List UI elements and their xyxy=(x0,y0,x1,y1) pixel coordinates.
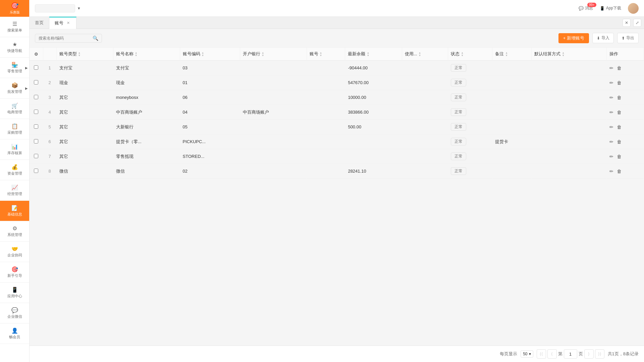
th-account-code[interactable]: 账号编码▲▼ xyxy=(180,48,240,61)
table-row: 8 微信 微信 02 28241.10 正常 ✏ 🗑 xyxy=(30,164,644,179)
row-checkbox[interactable] xyxy=(34,110,38,114)
status-badge: 正常 xyxy=(451,64,466,72)
td-checkbox[interactable] xyxy=(30,75,43,90)
edit-icon[interactable]: ✏ xyxy=(609,95,613,100)
th-account-name[interactable]: 账号名称▲▼ xyxy=(113,48,180,61)
td-actions: ✏ 🗑 xyxy=(607,149,644,164)
td-default-settlement xyxy=(532,90,607,105)
app-download-button[interactable]: 📱 App下载 xyxy=(600,5,621,11)
td-opening-bank xyxy=(240,61,307,75)
td-opening-bank xyxy=(240,134,307,149)
next-page-button[interactable]: ⟩ xyxy=(584,349,594,359)
sidebar-item-system-mgmt[interactable]: ⚙ 系统管理 xyxy=(0,221,29,242)
sidebar-icon-finance-mgmt: 💰 xyxy=(11,164,18,170)
sidebar-item-purchase-mgmt[interactable]: 📋 采购管理 xyxy=(0,119,29,139)
th-status[interactable]: 状态▲▼ xyxy=(448,48,492,61)
td-checkbox[interactable] xyxy=(30,120,43,134)
row-checkbox[interactable] xyxy=(34,169,38,173)
td-checkbox[interactable] xyxy=(30,61,43,75)
sidebar-item-enterprise-wechat[interactable]: 💬 企业微信 xyxy=(0,303,29,323)
maximize-tab-button[interactable]: ⤢ xyxy=(633,19,641,27)
td-num: 8 xyxy=(43,164,56,179)
delete-icon[interactable]: 🗑 xyxy=(617,110,622,115)
message-button[interactable]: 💬 消息 99+ xyxy=(579,5,593,11)
sidebar-item-shortcut[interactable]: ★ 快捷导航 xyxy=(0,37,29,58)
close-tab-button[interactable]: ✕ xyxy=(623,19,631,27)
tab-close-account[interactable]: ✕ xyxy=(65,20,71,26)
tab-account[interactable]: 账号✕ xyxy=(49,17,76,29)
search-input[interactable] xyxy=(39,36,91,41)
first-page-button[interactable]: ⟨⟨ xyxy=(537,349,546,359)
td-checkbox[interactable] xyxy=(30,149,43,164)
sidebar-item-app-center[interactable]: 📱 应用中心 xyxy=(0,283,29,303)
sidebar-item-member[interactable]: 👤 畅会员 xyxy=(0,323,29,344)
table-container: ⚙ 账号类型▲▼ 账号名称▲▼ 账号编码▲▼ 开户银行▲▼ 账号▲▼ 最新余额▲… xyxy=(30,48,644,346)
edit-icon[interactable]: ✏ xyxy=(609,110,613,115)
td-opening-bank xyxy=(240,149,307,164)
edit-icon[interactable]: ✏ xyxy=(609,169,613,174)
page-size-select[interactable]: 50 ▾ xyxy=(521,350,533,358)
sidebar-item-new-guide[interactable]: 🎯 新手引导 xyxy=(0,262,29,283)
prev-page-button[interactable]: ⟨ xyxy=(547,349,557,359)
delete-icon[interactable]: 🗑 xyxy=(617,65,622,71)
td-checkbox[interactable] xyxy=(30,90,43,105)
edit-icon[interactable]: ✏ xyxy=(609,154,613,159)
delete-icon[interactable]: 🗑 xyxy=(617,154,622,159)
th-remark[interactable]: 备注▲▼ xyxy=(492,48,532,61)
th-opening-bank[interactable]: 开户银行▲▼ xyxy=(240,48,307,61)
th-usage[interactable]: 使用...▲▼ xyxy=(402,48,448,61)
th-default-settlement[interactable]: 默认结算方式▲▼ xyxy=(532,48,607,61)
delete-icon[interactable]: 🗑 xyxy=(617,124,622,130)
row-checkbox[interactable] xyxy=(34,95,38,99)
row-checkbox[interactable] xyxy=(34,139,38,143)
sidebar-item-enterprise-agreement[interactable]: 🤝 企业协同 xyxy=(0,242,29,262)
delete-icon[interactable]: 🗑 xyxy=(617,139,622,144)
sidebar-item-retail-mgmt[interactable]: 🏪 零售管理 ▶ xyxy=(0,58,29,78)
tab-home[interactable]: 首页 xyxy=(30,17,49,29)
header-search-input[interactable] xyxy=(35,4,75,12)
row-checkbox[interactable] xyxy=(34,154,38,158)
header-dropdown[interactable]: ▾ xyxy=(78,6,80,11)
search-box[interactable]: 🔍 xyxy=(35,34,102,43)
sidebar-icon-inventory-calc: 📊 xyxy=(11,143,18,150)
row-checkbox[interactable] xyxy=(34,80,38,84)
export-button[interactable]: ⬆ 导出 xyxy=(617,33,639,43)
sidebar-item-operation-mgmt[interactable]: 📈 经营管理 xyxy=(0,180,29,201)
sidebar-item-search-order[interactable]: ☰ 搜索菜单 xyxy=(0,17,29,37)
td-checkbox[interactable] xyxy=(30,105,43,120)
th-account-type[interactable]: 账号类型▲▼ xyxy=(56,48,113,61)
last-page-button[interactable]: ⟩⟩ xyxy=(595,349,604,359)
delete-icon[interactable]: 🗑 xyxy=(617,169,622,174)
td-account-no xyxy=(307,120,345,134)
row-checkbox[interactable] xyxy=(34,124,38,129)
td-opening-bank xyxy=(240,164,307,179)
table-row: 5 其它 大新银行 05 500.00 正常 ✏ 🗑 xyxy=(30,120,644,134)
search-icon[interactable]: 🔍 xyxy=(93,36,98,41)
add-account-button[interactable]: + 新增账号 xyxy=(558,33,589,43)
user-avatar[interactable] xyxy=(628,3,639,14)
delete-icon[interactable]: 🗑 xyxy=(617,95,622,100)
sidebar-item-basic-info[interactable]: 📝 基础信息 xyxy=(0,201,29,221)
edit-icon[interactable]: ✏ xyxy=(609,65,613,71)
sidebar-label-member: 畅会员 xyxy=(9,335,20,340)
edit-icon[interactable]: ✏ xyxy=(609,139,613,144)
sidebar-item-inventory-calc[interactable]: 📊 库存核算 xyxy=(0,139,29,160)
import-button[interactable]: ⬇ 导入 xyxy=(592,33,614,43)
th-settings[interactable]: ⚙ xyxy=(30,48,43,61)
delete-icon[interactable]: 🗑 xyxy=(617,80,622,85)
td-checkbox[interactable] xyxy=(30,134,43,149)
row-checkbox[interactable] xyxy=(34,65,38,70)
edit-icon[interactable]: ✏ xyxy=(609,80,613,85)
page-number-input[interactable] xyxy=(564,349,577,359)
td-checkbox[interactable] xyxy=(30,164,43,179)
td-usage xyxy=(402,105,448,120)
td-default-settlement xyxy=(532,149,607,164)
sidebar-item-wholesale-mgmt[interactable]: 📦 批发管理 ▶ xyxy=(0,78,29,99)
th-account-no[interactable]: 账号▲▼ xyxy=(307,48,345,61)
th-latest-balance[interactable]: 最新余额▲▼ xyxy=(345,48,402,61)
td-default-settlement xyxy=(532,61,607,75)
td-status: 正常 xyxy=(448,105,492,120)
sidebar-item-ecommerce-mgmt[interactable]: 🛒 电商管理 xyxy=(0,99,29,119)
sidebar-item-finance-mgmt[interactable]: 💰 资金管理 xyxy=(0,160,29,180)
edit-icon[interactable]: ✏ xyxy=(609,124,613,130)
